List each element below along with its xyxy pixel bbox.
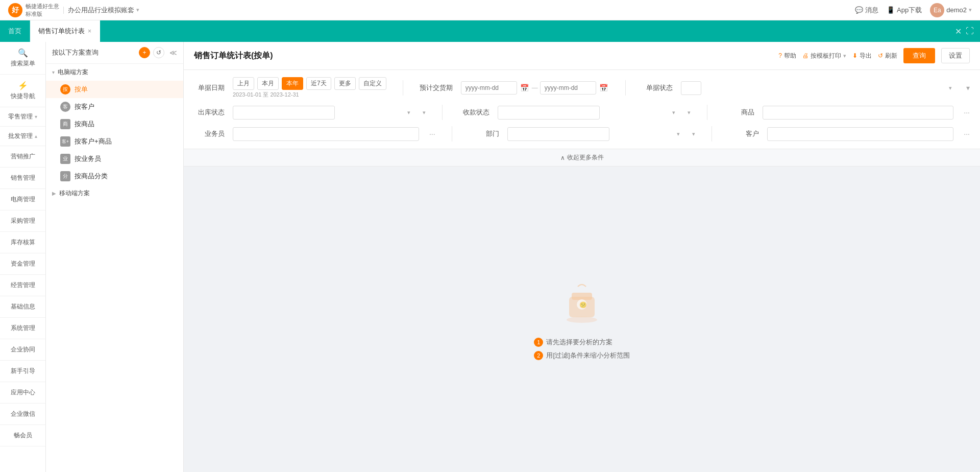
refresh-icon: ↺	[878, 52, 883, 59]
expected-date-end[interactable]	[540, 81, 596, 95]
scheme-customer-icon: 客	[60, 102, 70, 112]
avatar: Ea	[930, 3, 944, 17]
calendar-start-icon[interactable]: 📅	[519, 84, 530, 92]
print-btn[interactable]: 🖨 按模板打印 ▾	[802, 52, 846, 60]
tab-bar: 首页 销售订单统计表 × ✕ ⛶	[0, 20, 980, 42]
filter-div4	[707, 105, 707, 120]
refresh-btn[interactable]: ↺ 刷新	[878, 52, 897, 60]
sidebar-item-operations[interactable]: 经营管理	[0, 275, 45, 296]
sidebar-item-basic-info[interactable]: 基础信息	[0, 296, 45, 318]
breadcrumb[interactable]: 办公用品行业模拟账套 ▾	[68, 6, 139, 15]
sidebar-item-enterprise[interactable]: 企业协同	[0, 339, 45, 361]
sidebar-item-finance[interactable]: 资金管理	[0, 253, 45, 275]
tab-sales-stat[interactable]: 销售订单统计表 ×	[30, 20, 100, 42]
tab-expand-icon[interactable]: ⛶	[966, 27, 974, 36]
filter-row-3: 业务员 ··· 部门 ▾ 客户 ···	[194, 126, 970, 141]
date-more-btn[interactable]: 更多	[334, 77, 356, 90]
sidebar-item-ecommerce[interactable]: 电商管理	[0, 189, 45, 210]
tip-2-icon: 2	[534, 351, 543, 360]
tab-home[interactable]: 首页	[0, 20, 30, 42]
search-icon: 🔍	[18, 48, 28, 58]
delivery-chevron-icon: ▾	[423, 109, 426, 116]
filter-div2	[625, 80, 626, 96]
settings-btn[interactable]: 设置	[941, 48, 970, 63]
page-with-panel: 按以下方案查询 + ↺ ≪ ▾ 电脑端方案 按 按单 客 按客户 商	[46, 42, 980, 472]
sidebar-item-system[interactable]: 系统管理	[0, 318, 45, 339]
app-download-btn[interactable]: 📱 App下载	[887, 6, 922, 15]
salesman-more-icon[interactable]: ···	[429, 130, 435, 138]
help-btn[interactable]: ? 帮助	[778, 52, 796, 60]
status-more-icon[interactable]: ▾	[966, 84, 970, 92]
help-icon: ?	[778, 52, 782, 59]
date-7days-btn[interactable]: 近7天	[306, 77, 331, 90]
scheme-collapse-btn[interactable]: ≪	[169, 49, 177, 57]
expected-date-start[interactable]	[461, 81, 517, 95]
sidebar-item-search[interactable]: 🔍 搜索菜单	[0, 42, 45, 75]
collapse-bar[interactable]: ∧ 收起更多条件	[184, 149, 980, 167]
scheme-salesman-icon: 业	[60, 154, 70, 164]
scheme-group-mobile[interactable]: ▶ 移动端方案	[46, 185, 183, 202]
scheme-order-icon: 按	[60, 84, 70, 95]
sidebar-item-enterprise-wechat[interactable]: 企业微信	[0, 404, 45, 425]
scheme-item-by-salesman[interactable]: 业 按业务员	[46, 150, 183, 168]
export-btn[interactable]: ⬇ 导出	[852, 52, 872, 60]
scheme-item-by-order[interactable]: 按 按单	[46, 81, 183, 98]
payment-select-wrapper	[498, 106, 679, 120]
date-last-month-btn[interactable]: 上月	[233, 77, 254, 90]
date-buttons: 上月 本月 本年 近7天 更多 自定义	[233, 77, 386, 90]
sidebar-item-wholesale[interactable]: 批发管理 ▴	[0, 127, 45, 146]
scheme-item-by-customer-goods[interactable]: 客+ 按客户+商品	[46, 133, 183, 150]
scheme-item-by-goods[interactable]: 商 按商品	[46, 115, 183, 133]
logo-text: 畅捷通好生意 标准版	[26, 3, 59, 17]
payment-label: 收款状态	[459, 108, 489, 117]
tab-close-icon[interactable]: ×	[88, 28, 91, 35]
payment-select[interactable]	[498, 106, 600, 120]
user-chevron: ▾	[969, 7, 972, 13]
status-label: 单据状态	[642, 83, 673, 92]
scheme-refresh-btn[interactable]: ↺	[153, 47, 164, 58]
scheme-add-btn[interactable]: +	[139, 47, 150, 58]
salesman-input[interactable]	[233, 127, 419, 141]
date-this-month-btn[interactable]: 本月	[257, 77, 279, 90]
filter-div3	[442, 105, 443, 120]
scheme-item-by-customer[interactable]: 客 按客户	[46, 98, 183, 115]
scheme-item-by-category[interactable]: 分 按商品分类	[46, 168, 183, 185]
sidebar-item-retail[interactable]: 零售管理 ▾	[0, 107, 45, 127]
dept-chevron-icon: ▾	[692, 131, 695, 137]
message-btn[interactable]: 💬 消息	[855, 6, 878, 15]
sidebar-item-newbie[interactable]: 新手引导	[0, 361, 45, 382]
print-chevron-icon: ▾	[843, 53, 846, 59]
status-select[interactable]	[681, 81, 701, 95]
print-icon: 🖨	[802, 52, 808, 59]
header-right: 💬 消息 📱 App下载 Ea demo2 ▾	[855, 3, 972, 17]
scheme-group-desktop[interactable]: ▾ 电脑端方案	[46, 64, 183, 81]
date-custom-btn[interactable]: 自定义	[359, 77, 386, 90]
sidebar-item-inventory[interactable]: 库存核算	[0, 232, 45, 253]
goods-input[interactable]	[763, 106, 953, 120]
customer-more-icon[interactable]: ···	[964, 130, 970, 138]
search-btn[interactable]: 查询	[903, 48, 935, 63]
user-profile[interactable]: Ea demo2 ▾	[930, 3, 972, 17]
mobile-group-arrow-icon: ▶	[52, 191, 56, 196]
dept-select[interactable]	[507, 127, 609, 141]
sidebar-item-purchase[interactable]: 采购管理	[0, 210, 45, 232]
filter-row-2: 出库状态 ▾ 收款状态 ▾	[194, 105, 970, 120]
sidebar-item-membership[interactable]: 畅会员	[0, 425, 45, 446]
sidebar-item-marketing[interactable]: 营销推广	[0, 146, 45, 168]
goods-more-icon[interactable]: ···	[964, 108, 970, 116]
group-arrow-icon: ▾	[52, 69, 55, 75]
tab-close-window-icon[interactable]: ✕	[955, 27, 962, 36]
shortcut-icon: ⚡	[18, 81, 28, 90]
calendar-end-icon[interactable]: 📅	[598, 84, 609, 92]
svg-text:😕: 😕	[579, 301, 587, 309]
goods-label: 商品	[724, 108, 754, 117]
dept-select-wrapper	[507, 127, 684, 141]
date-this-year-btn[interactable]: 本年	[282, 77, 303, 90]
sidebar-item-app-center[interactable]: 应用中心	[0, 382, 45, 404]
customer-input[interactable]	[767, 127, 953, 141]
sidebar-item-shortcut[interactable]: ⚡ 快捷导航	[0, 75, 45, 107]
sidebar-item-sales[interactable]: 销售管理	[0, 168, 45, 189]
sidebar: 🔍 搜索菜单 ⚡ 快捷导航 零售管理 ▾ 批发管理 ▴ 营销推广 销售管理 电商…	[0, 42, 46, 472]
delivery-select[interactable]	[233, 106, 335, 120]
date-range-display: 2023-01-01 至 2023-12-31	[233, 91, 386, 99]
